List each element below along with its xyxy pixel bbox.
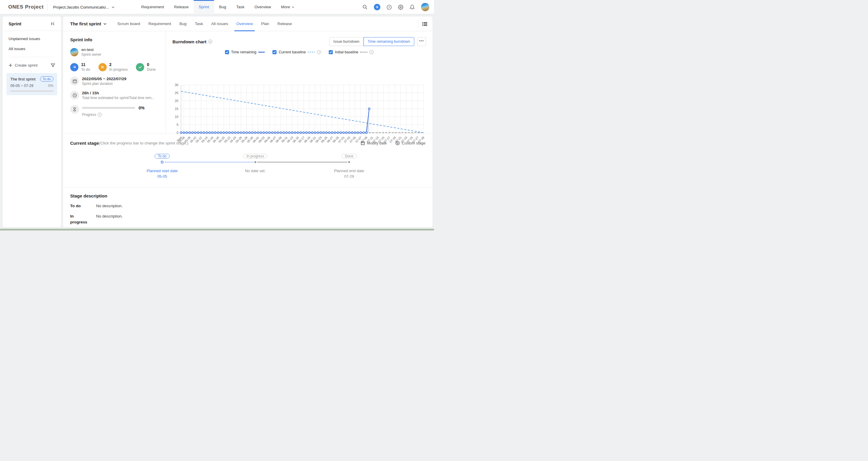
legend-initial-baseline[interactable]: Initial baseline ? xyxy=(329,50,374,54)
modify-date-label: Modify date xyxy=(367,141,387,145)
todo-status-icon xyxy=(70,63,79,71)
project-selector[interactable]: Project:Jacobs Communicatio... xyxy=(53,0,115,14)
sprint-item-progress: 0% xyxy=(48,84,53,88)
burndown-panel: Burndown chart ? Issue burndown Time rem… xyxy=(166,31,433,133)
custom-stage-button[interactable]: Custom stage xyxy=(395,141,426,145)
bell-icon[interactable] xyxy=(409,4,415,10)
app-logo: ONES Project xyxy=(8,0,44,14)
help-icon[interactable]: ? xyxy=(98,113,102,117)
sidebar-item-unplanned-issues[interactable]: Unplanned issues xyxy=(3,34,61,44)
in-progress-label: In progress xyxy=(110,67,128,72)
description-text: No description. xyxy=(90,203,123,209)
svg-text:30: 30 xyxy=(175,83,178,87)
nav-requirement[interactable]: Requirement xyxy=(136,0,169,14)
in-progress-count: 2 xyxy=(110,62,128,67)
svg-text:20: 20 xyxy=(175,99,178,102)
stage-date-done: Planned end date07-29 xyxy=(334,168,364,179)
sprint-sidebar: Sprint Unplanned issues All issues Creat… xyxy=(3,17,61,227)
stage-pill-done[interactable]: Done xyxy=(342,153,357,159)
stage-segment-solid[interactable] xyxy=(257,162,347,162)
tab-scrum-board[interactable]: Scrum board xyxy=(113,17,144,31)
sidebar-item-all-issues[interactable]: All issues xyxy=(3,44,61,54)
burndown-title: Burndown chart xyxy=(173,39,206,44)
owner-name: en-test xyxy=(82,48,101,52)
tab-release[interactable]: Release xyxy=(273,17,296,31)
burndown-toggle: Issue burndown Time remaining burndown xyxy=(329,37,414,46)
tab-all-issues[interactable]: All issues xyxy=(207,17,232,31)
issue-burndown-button[interactable]: Issue burndown xyxy=(329,37,364,46)
duration-row: 2022/05/05 ~ 2022/07/29 Sprint plan dura… xyxy=(70,76,161,86)
nav-sprint[interactable]: Sprint xyxy=(194,0,214,14)
help-icon[interactable]: ? xyxy=(386,4,392,10)
checkbox-checked-icon[interactable] xyxy=(329,50,333,54)
sprint-duration-label: Sprint plan duration xyxy=(82,82,126,86)
tab-overview[interactable]: Overview xyxy=(232,17,257,31)
main-panel: The first sprint Scrum board Requirement… xyxy=(63,17,433,227)
current-stage-subtitle: (Click the progress bar to change the sp… xyxy=(99,141,188,145)
todo-label: To do xyxy=(81,67,90,72)
dashed-line-sample xyxy=(360,52,367,53)
filter-icon[interactable] xyxy=(51,63,55,67)
owner-avatar[interactable] xyxy=(70,48,79,56)
modify-date-button[interactable]: Modify date xyxy=(361,141,387,145)
sidebar-separator xyxy=(8,57,55,57)
calendar-icon xyxy=(361,141,365,145)
search-icon[interactable] xyxy=(362,4,368,10)
nav-task[interactable]: Task xyxy=(231,0,249,14)
list-view-icon[interactable] xyxy=(422,22,427,26)
status-done[interactable]: 0 Done xyxy=(136,62,156,72)
time-remaining-burndown-button[interactable]: Time remaining burndown xyxy=(364,37,414,46)
user-avatar[interactable] xyxy=(421,3,429,11)
create-sprint-button[interactable]: Create sprint xyxy=(8,63,37,67)
sidebar-title: Sprint xyxy=(8,21,21,26)
sprint-duration: 2022/05/05 ~ 2022/07/29 xyxy=(82,76,126,81)
overview-top-section: Sprint info en-test Sprint owner 11 To d… xyxy=(63,31,433,134)
stage-node-done[interactable] xyxy=(348,161,350,163)
help-icon[interactable]: ? xyxy=(369,50,374,54)
time-row: 26h / 15h Total time estimated for sprin… xyxy=(70,91,161,100)
stage-pill-in-progress[interactable]: In progress xyxy=(243,153,268,159)
sprint-selector[interactable]: The first sprint xyxy=(70,21,107,26)
nav-bug[interactable]: Bug xyxy=(214,0,231,14)
legend-time-remaining[interactable]: Time remaining xyxy=(225,50,265,54)
stage-node-in-progress[interactable] xyxy=(254,161,256,163)
description-row-in-progress: In progress No description. xyxy=(70,213,426,225)
create-button[interactable] xyxy=(374,4,380,10)
tab-task[interactable]: Task xyxy=(191,17,207,31)
tab-bug[interactable]: Bug xyxy=(176,17,191,31)
help-icon[interactable]: ? xyxy=(317,50,321,54)
stage-progress-track[interactable]: To do In progress Done Planned start dat… xyxy=(70,147,426,182)
sprint-progress-label: Progress xyxy=(82,113,96,117)
nav-release[interactable]: Release xyxy=(169,0,194,14)
tab-plan[interactable]: Plan xyxy=(257,17,273,31)
sprint-progress-bar[interactable] xyxy=(82,107,135,109)
time-estimate-label: Total time estimated for sprint/Total ti… xyxy=(82,96,154,100)
dashed-line-sample xyxy=(308,52,315,53)
check-icon xyxy=(138,65,142,69)
gear-icon[interactable] xyxy=(398,4,403,10)
chevron-down-icon xyxy=(112,6,115,9)
help-icon[interactable]: ? xyxy=(208,39,212,43)
checkbox-checked-icon[interactable] xyxy=(225,50,229,54)
more-options-button[interactable]: ••• xyxy=(417,37,426,46)
project-selector-label: Project:Jacobs Communicatio... xyxy=(53,5,109,9)
nav-overview[interactable]: Overview xyxy=(249,0,276,14)
status-in-progress[interactable]: 2 In progress xyxy=(98,62,128,72)
nav-more[interactable]: More xyxy=(276,0,300,14)
stage-segment-dotted[interactable] xyxy=(165,162,253,162)
status-summary-row: 11 To do 2 In progress xyxy=(70,62,161,72)
stage-node-todo[interactable] xyxy=(161,161,164,163)
description-row-todo: To do No description. xyxy=(70,203,426,209)
checkbox-checked-icon[interactable] xyxy=(272,50,277,54)
legend-current-baseline[interactable]: Current baseline ? xyxy=(272,50,321,54)
tab-requirement[interactable]: Requirement xyxy=(144,17,175,31)
stage-pill-todo[interactable]: To do xyxy=(154,153,169,159)
sprint-list-item[interactable]: The first sprint To do 05-05 ~ 07-29 0% xyxy=(6,73,57,95)
clock-icon xyxy=(70,91,79,100)
status-todo[interactable]: 11 To do xyxy=(70,62,90,72)
done-count: 0 xyxy=(147,62,156,67)
in-progress-status-icon xyxy=(98,63,107,71)
legend-label: Initial baseline xyxy=(335,50,358,54)
collapse-sidebar-icon[interactable] xyxy=(51,22,55,26)
topbar-actions: ? xyxy=(362,0,429,14)
